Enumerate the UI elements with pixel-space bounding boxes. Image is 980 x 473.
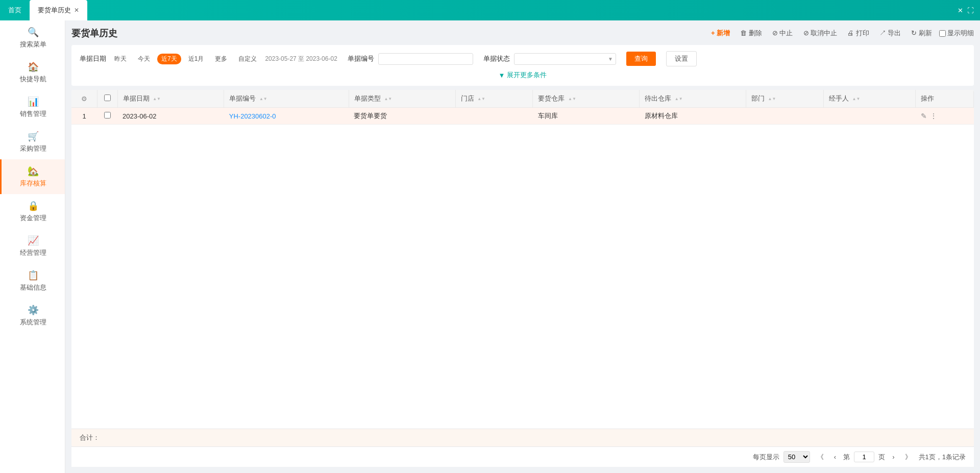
date-option-custom[interactable]: 自定义 [234, 54, 261, 64]
filter-docnumber-group: 单据编号 [348, 53, 473, 65]
last-page-button[interactable]: 》 [902, 452, 915, 463]
per-page-select[interactable]: 10 20 50 100 [783, 451, 810, 463]
topbar-close-icon[interactable]: ✕ [958, 7, 963, 14]
cell-index: 1 [71, 108, 97, 125]
tab-close-icon[interactable]: ✕ [74, 7, 79, 14]
pagination-bar: 每页显示 10 20 50 100 《 ‹ 第 页 › 》 共1页，1条记录 [71, 446, 974, 467]
prev-page-button[interactable]: ‹ [831, 452, 839, 462]
sort-icon-store[interactable]: ▲▼ [477, 97, 485, 101]
pagination-total-info: 共1页，1条记录 [919, 453, 966, 462]
date-option-1month[interactable]: 近1月 [184, 54, 208, 64]
sidebar-item-basic-info[interactable]: 📋 基础信息 [0, 264, 65, 298]
sort-icon-pending-warehouse[interactable]: ▲▼ [675, 97, 683, 101]
sidebar: 🔍 搜索菜单 🏠 快捷导航 📊 销售管理 🛒 采购管理 🏡 库存核算 🔒 资金管… [0, 20, 65, 473]
sidebar-item-purchase-mgmt-label: 采购管理 [20, 144, 46, 153]
display-detail-label: 显示明细 [947, 29, 974, 38]
query-button[interactable]: 查询 [626, 52, 656, 66]
th-req-warehouse: 要货仓库 ▲▼ [533, 90, 640, 108]
delete-button[interactable]: 🗑 删除 [737, 27, 765, 40]
sort-icon-req-warehouse[interactable]: ▲▼ [568, 97, 576, 101]
sys-mgmt-icon: ⚙️ [28, 304, 39, 316]
page-number-input[interactable] [854, 452, 874, 462]
sidebar-item-inventory[interactable]: 🏡 库存核算 [0, 159, 65, 194]
sort-icon-doc-date[interactable]: ▲▼ [153, 97, 161, 101]
sort-icon-handler[interactable]: ▲▼ [852, 97, 860, 101]
cell-req-warehouse: 车间库 [533, 108, 640, 125]
next-page-button[interactable]: › [889, 452, 897, 462]
date-option-more[interactable]: 更多 [211, 54, 231, 64]
action-edit-icon[interactable]: ✎ [921, 112, 927, 120]
th-doc-type: 单据类型 ▲▼ [349, 90, 455, 108]
th-doc-date: 单据日期 ▲▼ [117, 90, 224, 108]
refresh-button[interactable]: ↻ 刷新 [908, 27, 935, 40]
select-all-checkbox[interactable] [104, 94, 111, 101]
sidebar-item-inventory-label: 库存核算 [20, 179, 46, 188]
sidebar-item-search-menu[interactable]: 🔍 搜索菜单 [0, 20, 65, 55]
sidebar-item-ops-mgmt-label: 经营管理 [20, 248, 46, 257]
sidebar-item-sales-mgmt-label: 销售管理 [20, 109, 46, 119]
export-button[interactable]: ↗ 导出 [876, 27, 904, 40]
sort-icon-department[interactable]: ▲▼ [768, 97, 776, 101]
filter-date-options: 昨天 今天 近7天 近1月 更多 自定义 [110, 54, 261, 64]
table-spacer [71, 125, 974, 429]
table-row[interactable]: 1 2023-06-02 YH-20230602-0 要货单要货 车间库 原材料… [71, 108, 974, 125]
date-option-7days[interactable]: 近7天 [157, 54, 181, 64]
top-bar: 首页 要货单历史 ✕ ✕ ⛶ [0, 0, 980, 20]
sort-icon-doc-number[interactable]: ▲▼ [259, 97, 267, 101]
sidebar-item-quick-nav[interactable]: 🏠 快捷导航 [0, 55, 65, 90]
cell-action: ✎ ⋮ [916, 108, 974, 125]
cancel-stop-button[interactable]: ⊘ 取消中止 [800, 27, 841, 40]
sidebar-item-ops-mgmt[interactable]: 📈 经营管理 [0, 229, 65, 264]
th-handler: 经手人 ▲▼ [823, 90, 915, 108]
print-button[interactable]: 🖨 打印 [844, 27, 872, 40]
column-settings-icon[interactable]: ⚙ [81, 95, 87, 103]
new-button[interactable]: + 新增 [708, 27, 733, 40]
purchase-mgmt-icon: 🛒 [28, 131, 39, 142]
sort-icon-doc-type[interactable]: ▲▼ [384, 97, 392, 101]
tab-bar: 首页 要货单历史 ✕ [0, 0, 951, 20]
th-pending-warehouse-label: 待出仓库 [645, 94, 671, 102]
topbar-fullscreen-icon[interactable]: ⛶ [967, 7, 974, 14]
filter-date-label: 单据日期 [80, 54, 106, 63]
filter-docnumber-input[interactable] [378, 53, 473, 65]
date-option-yesterday[interactable]: 昨天 [110, 54, 131, 64]
table-container: ⚙ 单据日期 ▲▼ 单据编号 ▲▼ [71, 90, 974, 446]
sidebar-item-purchase-mgmt[interactable]: 🛒 采购管理 [0, 125, 65, 159]
action-icons: ✎ ⋮ [921, 112, 969, 120]
th-doc-number-label: 单据编号 [229, 94, 256, 102]
expand-more-button[interactable]: ▼ 展开更多条件 [80, 70, 966, 80]
sidebar-item-sys-mgmt-label: 系统管理 [20, 318, 46, 327]
cell-department [746, 108, 823, 125]
table-body: 1 2023-06-02 YH-20230602-0 要货单要货 车间库 原材料… [71, 108, 974, 125]
filter-docstatus-label: 单据状态 [483, 54, 510, 63]
sidebar-item-finance-mgmt[interactable]: 🔒 资金管理 [0, 194, 65, 229]
th-pending-warehouse: 待出仓库 ▲▼ [640, 90, 746, 108]
page-header: 要货单历史 + 新增 🗑 删除 ⊘ 中止 ⊘ 取消中止 🖨 打印 ↗ 导出 ↻ … [71, 27, 974, 40]
sidebar-item-sales-mgmt[interactable]: 📊 销售管理 [0, 90, 65, 125]
cell-doc-type: 要货单要货 [349, 108, 455, 125]
th-doc-type-label: 单据类型 [354, 94, 381, 102]
th-handler-label: 经手人 [829, 94, 849, 102]
display-detail-checkbox[interactable] [939, 30, 946, 37]
cell-doc-date: 2023-06-02 [117, 108, 224, 125]
sidebar-item-sys-mgmt[interactable]: ⚙️ 系统管理 [0, 298, 65, 333]
filter-docstatus-group: 单据状态 [483, 53, 616, 65]
row-checkbox[interactable] [104, 112, 111, 119]
settings-button[interactable]: 设置 [666, 51, 697, 66]
page-title: 要货单历史 [71, 27, 117, 39]
doc-number-link[interactable]: YH-20230602-0 [229, 112, 276, 120]
table-header-row: ⚙ 单据日期 ▲▼ 单据编号 ▲▼ [71, 90, 974, 108]
tab-order-history[interactable]: 要货单历史 ✕ [30, 0, 87, 20]
filter-docstatus-select[interactable] [514, 53, 616, 65]
cell-pending-warehouse: 原材料仓库 [640, 108, 746, 125]
stop-button[interactable]: ⊘ 中止 [769, 27, 796, 40]
quick-nav-icon: 🏠 [28, 61, 39, 73]
action-more-icon[interactable]: ⋮ [930, 112, 937, 120]
th-req-warehouse-label: 要货仓库 [538, 94, 565, 102]
tab-home-label: 首页 [8, 6, 21, 15]
th-checkbox [97, 90, 117, 108]
display-detail-button[interactable]: 显示明细 [939, 29, 974, 38]
first-page-button[interactable]: 《 [814, 452, 827, 463]
date-option-today[interactable]: 今天 [134, 54, 154, 64]
tab-home[interactable]: 首页 [0, 0, 30, 20]
